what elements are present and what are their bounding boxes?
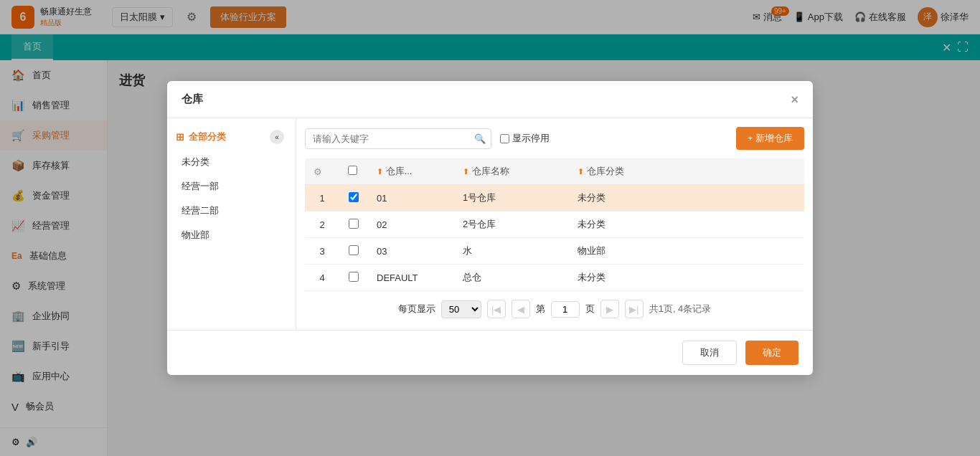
table-panel: 🔍 显示停用 + 新增仓库 ⚙ — [296, 118, 813, 330]
category-item-ops2[interactable]: 经营二部 — [167, 199, 296, 223]
col-header-category: ⬆ 仓库分类 — [569, 158, 804, 185]
sort-icon: ⬆ — [377, 167, 383, 176]
table-container: ⚙ ⬆ 仓库... ⬆ — [305, 158, 804, 291]
close-icon[interactable]: × — [791, 93, 798, 106]
row-category: 物业部 — [569, 238, 804, 265]
modal-header: 仓库 × — [167, 81, 813, 118]
show-disabled-label[interactable]: 显示停用 — [500, 132, 550, 145]
category-item-ops1[interactable]: 经营一部 — [167, 174, 296, 199]
row-code: 02 — [368, 212, 454, 238]
row-category: 未分类 — [569, 212, 804, 238]
row-category: 未分类 — [569, 265, 804, 291]
row-checkbox[interactable] — [349, 219, 359, 229]
row-name: 水 — [454, 238, 569, 265]
col-header-name: ⬆ 仓库名称 — [454, 158, 569, 185]
category-item-unclassified[interactable]: 未分类 — [167, 150, 296, 174]
row-code: 03 — [368, 238, 454, 265]
search-input[interactable] — [305, 128, 491, 149]
confirm-button[interactable]: 确定 — [745, 341, 798, 365]
select-all-checkbox[interactable] — [348, 166, 357, 175]
page-first-btn[interactable]: |◀ — [487, 300, 506, 318]
pagination-bar: 每页显示 50 10 20 100 |◀ ◀ 第 页 ▶ ▶| 共1页, 4条记… — [305, 291, 804, 321]
modal-title: 仓库 — [182, 92, 203, 106]
search-icon: 🔍 — [474, 133, 486, 144]
collapse-btn[interactable]: « — [270, 130, 284, 144]
all-category-btn[interactable]: ⊞ 全部分类 « — [167, 124, 296, 150]
page-input[interactable] — [551, 301, 580, 318]
category-item-property[interactable]: 物业部 — [167, 223, 296, 247]
sort-icon-name: ⬆ — [463, 167, 469, 176]
row-check-cell — [339, 265, 368, 291]
row-num: 4 — [305, 265, 339, 291]
search-wrap: 🔍 — [305, 128, 491, 149]
col-header-check — [339, 158, 368, 185]
row-num: 2 — [305, 212, 339, 238]
grid-icon: ⊞ — [176, 131, 184, 143]
row-checkbox[interactable] — [349, 272, 359, 282]
page-total: 共1页, 4条记录 — [649, 303, 712, 315]
table-row[interactable]: 4 DEFAULT 总仓 未分类 — [305, 265, 804, 291]
page-last-btn[interactable]: ▶| — [625, 300, 644, 318]
warehouse-modal: 仓库 × ⊞ 全部分类 « 未分类 经营一部 经营二部 物业部 — [167, 81, 813, 375]
modal-footer: 取消 确定 — [167, 330, 813, 375]
page-next-btn[interactable]: ▶ — [600, 300, 619, 318]
sort-icon-cat: ⬆ — [578, 167, 584, 176]
row-code: 01 — [368, 185, 454, 212]
table-row[interactable]: 3 03 水 物业部 — [305, 238, 804, 265]
row-check-cell — [339, 238, 368, 265]
modal-body: ⊞ 全部分类 « 未分类 经营一部 经营二部 物业部 🔍 — [167, 118, 813, 330]
row-code: DEFAULT — [368, 265, 454, 291]
row-name: 1号仓库 — [454, 185, 569, 212]
row-num: 1 — [305, 185, 339, 212]
row-category: 未分类 — [569, 185, 804, 212]
category-panel: ⊞ 全部分类 « 未分类 经营一部 经营二部 物业部 — [167, 118, 296, 330]
table-toolbar: 🔍 显示停用 + 新增仓库 — [305, 127, 804, 150]
row-checkbox[interactable] — [349, 245, 359, 255]
page-size-select[interactable]: 50 10 20 100 — [441, 300, 481, 318]
row-checkbox[interactable] — [349, 192, 359, 202]
page-unit: 页 — [585, 303, 595, 315]
warehouse-table: ⚙ ⬆ 仓库... ⬆ — [305, 158, 804, 291]
page-size-label: 每页显示 — [398, 303, 435, 315]
show-disabled-checkbox[interactable] — [500, 134, 509, 143]
row-num: 3 — [305, 238, 339, 265]
add-warehouse-btn[interactable]: + 新增仓库 — [736, 127, 804, 150]
row-name: 2号仓库 — [454, 212, 569, 238]
col-header-code: ⬆ 仓库... — [368, 158, 454, 185]
page-label: 第 — [536, 303, 545, 315]
table-row[interactable]: 2 02 2号仓库 未分类 — [305, 212, 804, 238]
row-name: 总仓 — [454, 265, 569, 291]
col-header-num: ⚙ — [305, 158, 339, 185]
row-check-cell — [339, 185, 368, 212]
row-check-cell — [339, 212, 368, 238]
page-prev-btn[interactable]: ◀ — [512, 300, 530, 318]
modal-overlay[interactable]: 仓库 × ⊞ 全部分类 « 未分类 经营一部 经营二部 物业部 — [0, 0, 980, 456]
settings-col-icon: ⚙ — [314, 166, 322, 177]
cancel-button[interactable]: 取消 — [682, 341, 737, 365]
table-row[interactable]: 1 01 1号仓库 未分类 — [305, 185, 804, 212]
